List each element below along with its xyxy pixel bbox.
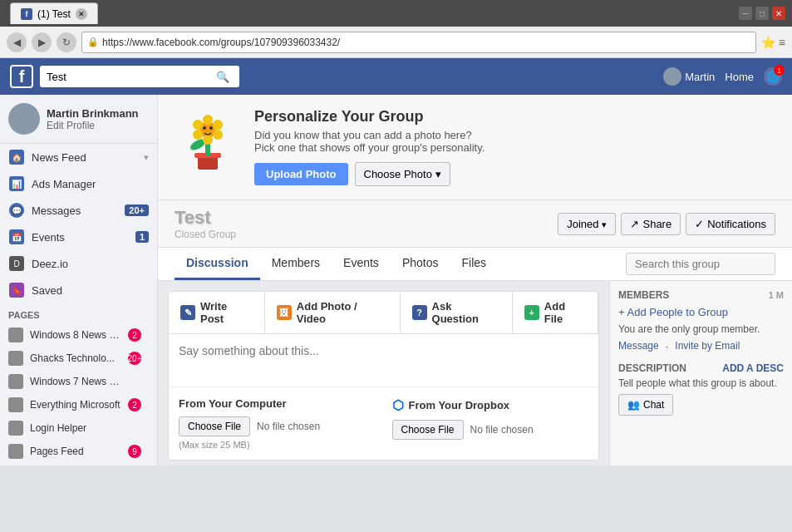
- post-area: ✎ Write Post 🖼 Add Photo / Video ? Ask Q…: [158, 281, 609, 466]
- personalize-title: Personalize Your Group: [254, 108, 485, 126]
- choose-file-button-1[interactable]: Choose File: [179, 416, 250, 436]
- page-label-everything-microsoft: Everything Microsoft: [30, 399, 121, 411]
- message-link[interactable]: Message: [618, 340, 659, 352]
- sidebar-item-newsfeed[interactable]: 🏠 News Feed ▾: [0, 144, 157, 170]
- page-label-ghacks: Ghacks Technolo...: [30, 352, 121, 364]
- group-title-bar: Test Closed Group Joined ↗ Share: [175, 207, 775, 240]
- svg-point-10: [213, 130, 223, 140]
- post-tabs: ✎ Write Post 🖼 Add Photo / Video ? Ask Q…: [169, 292, 598, 334]
- page-item-win8[interactable]: Windows 8 News &... 2: [0, 323, 157, 347]
- minimize-button[interactable]: ─: [739, 7, 752, 20]
- page-item-ghacks[interactable]: Ghacks Technolo... 20+: [0, 347, 157, 370]
- members-count: 1 m: [769, 290, 784, 300]
- forward-button[interactable]: ▶: [32, 32, 52, 52]
- share-button[interactable]: ↗ Share: [621, 213, 681, 235]
- tab-add-photo[interactable]: 🖼 Add Photo / Video: [265, 292, 401, 333]
- svg-point-11: [203, 126, 206, 130]
- tab-ask-question[interactable]: ? Ask Question: [401, 292, 513, 333]
- page-item-everything-microsoft[interactable]: Everything Microsoft 2: [0, 393, 157, 416]
- description-section: DESCRIPTION Add a Desc Tell people what …: [618, 362, 784, 416]
- sidebar-user-info: Martin Brinkmann Edit Profile: [47, 107, 139, 131]
- fb-search-bar[interactable]: 🔍: [40, 66, 239, 87]
- maximize-button[interactable]: □: [755, 7, 769, 20]
- url-text: https://www.facebook.com/groups/10790939…: [102, 37, 750, 48]
- sidebar-item-ads[interactable]: 📊 Ads Manager: [0, 170, 157, 197]
- choose-photo-button[interactable]: Choose Photo ▾: [355, 162, 450, 186]
- notifications-button[interactable]: ✓ Notifications: [686, 213, 775, 235]
- fb-search-input[interactable]: [47, 71, 213, 83]
- fb-header: f 🔍 Martin Home 🌐 1: [0, 58, 792, 95]
- page-label-login-helper: Login Helper: [30, 422, 121, 434]
- page-item-login-helper[interactable]: Login Helper: [0, 416, 157, 440]
- messages-icon: 💬: [8, 202, 25, 219]
- upload-photo-button[interactable]: Upload Photo: [254, 163, 348, 185]
- members-section: MEMBERS 1 m + Add People to Group You ar…: [618, 289, 784, 352]
- chat-button[interactable]: 👥 Chat: [618, 394, 673, 416]
- reload-button[interactable]: ↻: [57, 32, 76, 52]
- dropbox-icon: ⬡: [392, 397, 404, 413]
- page-item-like-pages[interactable]: Like Pages: [0, 463, 157, 466]
- check-icon: ✓: [695, 218, 704, 230]
- dropbox-file-group: ⬡ From Your Dropbox Choose File No file …: [392, 397, 589, 450]
- close-button[interactable]: ✕: [772, 7, 785, 20]
- page-item-win7[interactable]: Windows 7 News &...: [0, 370, 157, 393]
- svg-point-9: [193, 130, 203, 140]
- extensions-icon[interactable]: ⭐: [761, 36, 775, 49]
- tab-add-file[interactable]: + Add File: [513, 292, 598, 333]
- add-photo-icon: 🖼: [277, 305, 292, 320]
- nav-members[interactable]: Members: [260, 248, 332, 280]
- link-separator: ·: [666, 340, 669, 352]
- tab-favicon: f: [21, 8, 32, 20]
- ssl-lock-icon: 🔒: [87, 37, 99, 47]
- add-description-link[interactable]: Add a Desc: [722, 362, 784, 374]
- members-title: MEMBERS 1 m: [618, 289, 784, 301]
- joined-button[interactable]: Joined: [558, 213, 616, 235]
- member-links: Message · Invite by Email: [618, 340, 784, 352]
- nav-photos[interactable]: Photos: [391, 248, 450, 280]
- header-username: Martin: [685, 71, 715, 83]
- description-title: DESCRIPTION Add a Desc: [618, 362, 784, 374]
- sidebar-username: Martin Brinkmann: [47, 107, 139, 120]
- add-people-link[interactable]: + Add People to Group: [618, 306, 784, 318]
- notifications-icon[interactable]: 🌐 1: [764, 67, 782, 86]
- notifications-label: Notifications: [707, 218, 766, 230]
- back-button[interactable]: ◀: [7, 32, 27, 52]
- browser-tab[interactable]: f (1) Test ✕: [10, 2, 98, 24]
- address-bar[interactable]: 🔒 https://www.facebook.com/groups/107909…: [81, 32, 756, 53]
- post-textarea[interactable]: [169, 334, 598, 384]
- edit-profile-link[interactable]: Edit Profile: [47, 120, 139, 131]
- sidebar-item-messages[interactable]: 💬 Messages 20+: [0, 197, 157, 224]
- menu-icon[interactable]: ≡: [779, 36, 785, 49]
- group-search-input[interactable]: [626, 253, 775, 275]
- messages-label: Messages: [32, 204, 118, 217]
- svg-rect-0: [198, 156, 218, 170]
- sidebar-item-deez[interactable]: D Deez.io: [0, 250, 157, 277]
- description-text: Tell people what this group is about.: [618, 377, 784, 389]
- fb-user-nav[interactable]: Martin: [663, 67, 715, 86]
- sidebar-user-section: Martin Brinkmann Edit Profile: [0, 95, 157, 144]
- group-header: Test Closed Group Joined ↗ Share: [158, 200, 792, 248]
- nav-discussion[interactable]: Discussion: [175, 248, 260, 280]
- nav-events[interactable]: Events: [332, 248, 391, 280]
- tab-write-post[interactable]: ✎ Write Post: [169, 292, 265, 333]
- header-home-link[interactable]: Home: [725, 71, 754, 83]
- page-badge-everything-microsoft: 2: [128, 398, 141, 411]
- window-controls: ─ □ ✕: [739, 7, 785, 20]
- page-icon-ghacks: [8, 351, 23, 366]
- sidebar-item-saved[interactable]: 🔖 Saved: [0, 277, 157, 303]
- page-item-pages-feed[interactable]: Pages Feed 9: [0, 440, 157, 463]
- ads-manager-icon: 📊: [8, 175, 25, 192]
- fb-sidebar: Martin Brinkmann Edit Profile 🏠 News Fee…: [0, 95, 158, 466]
- choose-photo-label: Choose Photo: [364, 168, 432, 180]
- invite-by-email-link[interactable]: Invite by Email: [675, 340, 740, 352]
- nav-files[interactable]: Files: [450, 248, 498, 280]
- tab-close-button[interactable]: ✕: [76, 8, 87, 20]
- choose-file-button-2[interactable]: Choose File: [392, 420, 464, 440]
- header-avatar: [663, 67, 681, 86]
- fb-main-content: Personalize Your Group Did you know that…: [158, 95, 792, 466]
- page-badge-pages-feed: 9: [128, 445, 141, 458]
- sidebar-item-events[interactable]: 📅 Events 1: [0, 224, 157, 250]
- only-member-text: You are the only group member.: [618, 323, 784, 335]
- share-label: Share: [642, 218, 671, 230]
- tab-title: (1) Test: [37, 8, 71, 20]
